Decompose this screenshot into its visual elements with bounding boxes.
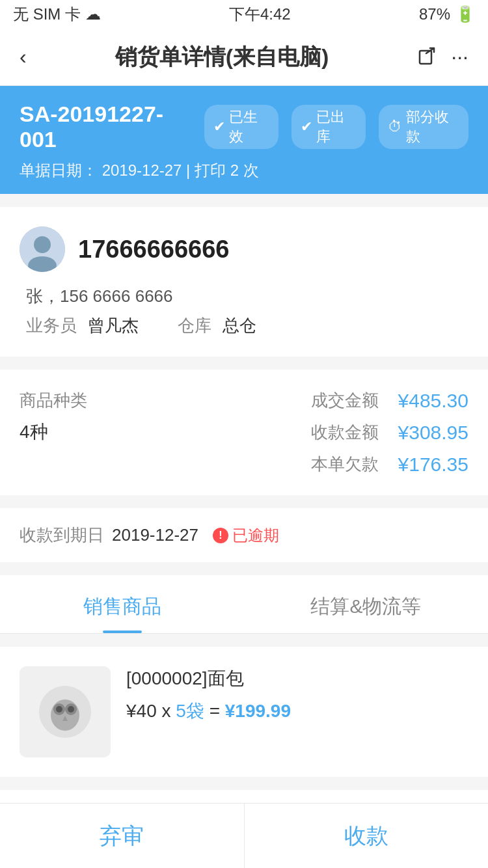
received-label: 收款金额 [311, 421, 379, 444]
product-qty-bread: 5袋 [176, 701, 204, 721]
signal-text: 无 SIM 卡 ☁ [13, 4, 101, 25]
discard-review-button[interactable]: 弃审 [0, 804, 245, 868]
check-icon-2: ✔ [301, 118, 312, 135]
svg-rect-0 [420, 51, 431, 64]
owed-amount-row: 本单欠款 ¥176.35 [311, 453, 468, 476]
overdue-status-text: 已逾期 [232, 525, 279, 546]
status-badge-effective: ✔ 已生效 [204, 105, 278, 149]
status-right: 87% 🔋 [419, 5, 475, 23]
deal-amount: ¥485.30 [398, 390, 468, 412]
more-button[interactable]: ··· [451, 45, 468, 69]
status-badge-shipped: ✔ 已出库 [291, 105, 366, 149]
overdue-date: 2019-12-27 [112, 525, 198, 545]
back-button[interactable]: ‹ [20, 45, 27, 69]
status-time: 下午4:42 [229, 4, 291, 25]
overdue-label: 收款到期日 [20, 524, 104, 547]
collect-payment-button[interactable]: 收款 [245, 804, 489, 868]
order-date: 2019-12-27 [102, 161, 182, 179]
stats-section: 商品种类 4种 成交金额 ¥485.30 收款金额 ¥308.95 本单欠款 ¥… [0, 370, 488, 495]
order-date-row: 单据日期： 2019-12-27 | 打印 2 次 [20, 160, 468, 181]
deal-amount-row: 成交金额 ¥485.30 [311, 389, 468, 412]
owed-label: 本单欠款 [311, 453, 379, 476]
financial-stats: 成交金额 ¥485.30 收款金额 ¥308.95 本单欠款 ¥176.35 [311, 389, 468, 476]
warehouse-value: 总仓 [223, 316, 256, 335]
status-bar: 无 SIM 卡 ☁ 下午4:42 87% 🔋 [0, 0, 488, 29]
product-price-bread: ¥40 x 5袋 = ¥199.99 [126, 699, 468, 724]
battery-icon: 🔋 [455, 5, 475, 23]
header-banner: SA-20191227-001 ✔ 已生效 ✔ 已出库 ⏱ 部分收款 单据日期：… [0, 86, 488, 194]
overdue-status-badge: ! 已逾期 [213, 525, 279, 546]
customer-details-row: 业务员 曾凡杰 仓库 总仓 [20, 314, 468, 337]
category-label: 商品种类 [20, 389, 87, 412]
check-icon-1: ✔ [213, 118, 225, 135]
received-amount: ¥308.95 [398, 422, 468, 444]
print-info: | 打印 2 次 [186, 161, 259, 179]
product-base-price-bread: ¥40 [126, 701, 157, 721]
tab-settlement[interactable]: 结算&物流等 [244, 575, 488, 633]
sales-value: 曾凡杰 [88, 316, 139, 335]
svg-point-9 [56, 706, 62, 712]
warehouse-label: 仓库 [178, 316, 211, 335]
svg-point-10 [68, 706, 74, 712]
svg-point-6 [51, 699, 79, 731]
battery-text: 87% [419, 5, 450, 23]
deal-label: 成交金额 [311, 389, 379, 412]
overdue-warning-icon: ! [213, 528, 228, 543]
nav-bar: ‹ 销货单详情(来自电脑) ··· [0, 29, 488, 86]
overdue-section: 收款到期日 2019-12-27 ! 已逾期 [0, 508, 488, 562]
product-image-bread [20, 666, 111, 757]
order-id: SA-20191227-001 [20, 102, 191, 152]
category-value: 4种 [20, 420, 87, 444]
customer-phone: 17666666666 [78, 236, 229, 264]
product-info-bread: [0000002]面包 ¥40 x 5袋 = ¥199.99 [126, 666, 468, 724]
product-name-bread: [0000002]面包 [126, 666, 468, 691]
customer-section: 17666666666 张，156 6666 6666 业务员 曾凡杰 仓库 总… [0, 207, 488, 357]
status-left: 无 SIM 卡 ☁ [13, 4, 101, 25]
received-amount-row: 收款金额 ¥308.95 [311, 421, 468, 444]
svg-point-3 [34, 236, 51, 253]
owed-amount: ¥176.35 [398, 454, 468, 476]
product-total-bread: ¥199.99 [225, 701, 291, 721]
customer-name-phone: 张，156 6666 6666 [20, 285, 468, 308]
page-title: 销货单详情(来自电脑) [115, 42, 329, 72]
tabs-section: 销售商品 结算&物流等 [0, 575, 488, 634]
clock-icon: ⏱ [388, 118, 402, 135]
status-badge-partial: ⏱ 部分收款 [379, 105, 468, 149]
avatar [20, 226, 65, 272]
bottom-bar: 弃审 收款 [0, 803, 488, 868]
sales-label: 业务员 [26, 316, 77, 335]
tab-sales-products[interactable]: 销售商品 [0, 575, 244, 633]
share-button[interactable] [417, 44, 438, 70]
product-item: [0000002]面包 ¥40 x 5袋 = ¥199.99 [0, 647, 488, 777]
